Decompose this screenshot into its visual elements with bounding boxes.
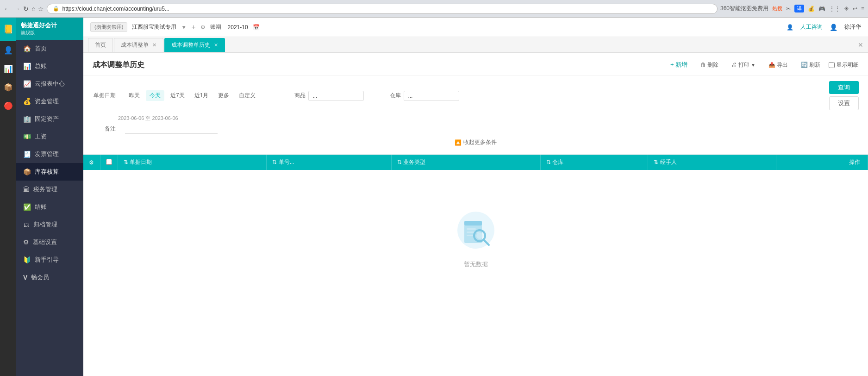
consult-label[interactable]: 人工咨询 [800, 23, 823, 31]
collapse-button[interactable]: 🔼 收起更多条件 [455, 138, 497, 146]
th-biz-type[interactable]: ⇅ 业务类型 [392, 155, 541, 170]
date-btn-custom[interactable]: 自定义 [235, 90, 259, 101]
refresh-button[interactable]: 🔄 刷新 [796, 59, 825, 71]
fixed-assets-nav-icon: 🏢 [23, 115, 31, 123]
icon-sidebar-item-1[interactable]: 👤 [0, 41, 16, 59]
invoice-nav-label: 发票管理 [35, 150, 59, 158]
workspace-tag: (勿删勿禁用) [90, 22, 127, 32]
show-detail-input[interactable] [829, 62, 835, 68]
date-filter-group: 昨天 今天 近7天 近1月 更多 自定义 [125, 90, 259, 101]
fixed-assets-nav-label: 固定资产 [35, 115, 59, 123]
sidebar-item-fund[interactable]: 💰 资金管理 [16, 93, 83, 110]
vip-nav-icon: V [23, 274, 27, 281]
add-workspace-button[interactable]: + [191, 23, 195, 31]
scissors-icon[interactable]: ✂ [786, 6, 791, 12]
th-operator[interactable]: ⇅ 经手人 [648, 155, 776, 170]
sidebar-item-payroll[interactable]: 💵 工资 [16, 128, 83, 145]
sidebar-item-inventory[interactable]: 📦 库存核算 [16, 163, 83, 181]
cloud-reports-nav-label: 云报表中心 [35, 80, 65, 88]
forward-button[interactable]: → [13, 5, 20, 13]
close-window-button[interactable]: ✕ [858, 41, 863, 49]
sidebar-item-guide[interactable]: 🔰 新手引导 [16, 251, 83, 269]
settings-nav-icon: ⚙ [23, 238, 29, 246]
address-bar[interactable]: 🔒 https://cloud.chanjet.com/accounting/u… [47, 4, 717, 14]
consult-icon: 👤 [787, 24, 793, 31]
warehouse-select[interactable]: ... [404, 91, 459, 101]
back-button[interactable]: ← [4, 5, 11, 13]
select-all-checkbox[interactable] [106, 159, 112, 165]
svg-rect-2 [464, 221, 482, 226]
remark-filter-label: 备注 [93, 125, 116, 133]
grid-icon[interactable]: ⋮⋮ [829, 6, 840, 12]
address-text: https://cloud.chanjet.com/accounting/uru… [62, 6, 169, 12]
svg-rect-3 [467, 228, 476, 230]
goods-select[interactable]: ... [308, 91, 364, 101]
date-btn-yesterday[interactable]: 昨天 [125, 90, 144, 101]
icon-sidebar-item-3[interactable]: 📦 [0, 78, 16, 96]
remark-filter-input[interactable] [125, 124, 218, 134]
tab-home[interactable]: 首页 [88, 38, 113, 52]
date-btn-1month[interactable]: 近1月 [191, 90, 212, 101]
tab-cost-adjust-history[interactable]: 成本调整单历史 ✕ [164, 38, 225, 52]
th-number[interactable]: ⇅ 单号... [267, 155, 392, 170]
date-btn-7days[interactable]: 近7天 [167, 90, 188, 101]
icon-sidebar-item-2[interactable]: 📊 [0, 59, 16, 78]
date-btn-more[interactable]: 更多 [214, 90, 233, 101]
sidebar-item-fixed-assets[interactable]: 🏢 固定资产 [16, 110, 83, 128]
print-dropdown-icon[interactable]: ▼ [751, 63, 756, 68]
th-checkbox[interactable] [100, 155, 118, 170]
calendar-icon[interactable]: 📅 [253, 24, 260, 31]
sidebar-item-tax[interactable]: 🏛 税务管理 [16, 181, 83, 198]
tab-cost-adjust[interactable]: 成本调整单 ✕ [114, 38, 163, 52]
search-tool[interactable]: 360智能抠图免费用 [720, 5, 768, 13]
reload-button[interactable]: ↻ [23, 5, 29, 13]
settings-nav-label: 基础设置 [33, 238, 57, 246]
export-button[interactable]: 📤 导出 [764, 59, 793, 71]
undo-icon[interactable]: ↩ [853, 6, 857, 12]
th-warehouse[interactable]: ⇅ 仓库 [540, 155, 648, 170]
tax-nav-label: 税务管理 [33, 185, 57, 194]
icon-sidebar-item-4[interactable]: 🔴 [0, 96, 16, 115]
translate-icon[interactable]: 译 [794, 5, 804, 13]
star-button[interactable]: ☆ [38, 5, 44, 13]
dropdown-icon[interactable]: ▼ [181, 24, 187, 31]
sidebar-item-settlement[interactable]: ✅ 结账 [16, 198, 83, 216]
query-button[interactable]: 查询 [829, 81, 859, 94]
brightness-icon[interactable]: ☀ [844, 6, 849, 12]
period-value: 2021-10 [228, 24, 248, 31]
sidebar-item-home[interactable]: 🏠 首页 [16, 40, 83, 57]
print-button[interactable]: 🖨 打印 ▼ [727, 59, 760, 71]
sidebar-item-settings[interactable]: ⚙ 基础设置 [16, 233, 83, 251]
home-browser-button[interactable]: ⌂ [31, 5, 35, 13]
sidebar-item-invoice[interactable]: 🧾 发票管理 [16, 145, 83, 163]
date-btn-today[interactable]: 今天 [146, 90, 164, 101]
app-header-right: 👤 人工咨询 👤 徐泽华 [787, 23, 861, 31]
ledger-nav-label: 总账 [35, 62, 47, 70]
th-date[interactable]: ⇅ 单据日期 [118, 155, 267, 170]
date-range-text: 2023-06-06 至 2023-06-06 [118, 115, 178, 122]
username[interactable]: 徐泽华 [844, 23, 861, 31]
tab-cost-adjust-label: 成本调整单 [121, 41, 149, 49]
tab-cost-adjust-history-close[interactable]: ✕ [214, 42, 218, 48]
fund-nav-icon: 💰 [23, 98, 31, 105]
settings-workspace-icon[interactable]: ⚙ [200, 24, 206, 31]
tab-cost-adjust-history-label: 成本调整单历史 [171, 41, 210, 49]
sidebar-item-vip[interactable]: V 畅会员 [16, 269, 83, 286]
empty-illustration [453, 207, 499, 253]
settings-filter-button[interactable]: 设置 [829, 96, 859, 110]
tab-cost-adjust-close[interactable]: ✕ [152, 42, 156, 48]
game-icon[interactable]: 🎮 [818, 6, 825, 12]
delete-button[interactable]: 🗑 删除 [696, 59, 723, 71]
menu-icon[interactable]: ≡ [861, 6, 864, 12]
th-biz-type-label: ⇅ 业务类型 [397, 159, 425, 165]
print-icon: 🖨 [731, 62, 737, 68]
export-icon: 📤 [768, 62, 775, 68]
show-detail-checkbox[interactable]: 显示明细 [829, 61, 859, 69]
th-settings[interactable]: ⚙ [83, 155, 100, 170]
sidebar-item-archive[interactable]: 🗂 归档管理 [16, 216, 83, 233]
add-button[interactable]: + 新增 [666, 58, 692, 71]
sidebar-item-cloud-reports[interactable]: 📈 云报表中心 [16, 75, 83, 93]
cloud-reports-nav-icon: 📈 [23, 80, 31, 88]
sidebar-item-ledger[interactable]: 📊 总账 [16, 57, 83, 75]
wallet-icon[interactable]: 💰 [808, 6, 815, 12]
